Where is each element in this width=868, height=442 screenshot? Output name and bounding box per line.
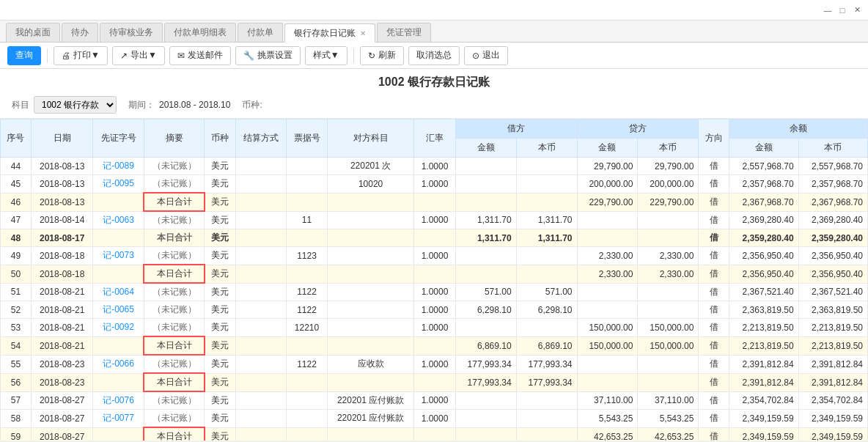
voucher-code[interactable]: 记-0076: [93, 391, 144, 410]
send-email-button[interactable]: ✉ 发送邮件: [169, 46, 231, 65]
row-credit-amount: [577, 373, 638, 391]
summary-cell: （未记账）: [144, 391, 205, 410]
row-rate: 1.0000: [414, 410, 455, 428]
row-debit-amount: [455, 175, 516, 194]
summary-cell: 本日合计: [144, 229, 205, 247]
row-direction: 借: [699, 355, 729, 373]
row-counter-account: 220201 应付账款: [327, 410, 413, 428]
header-row-1: 序号 日期 先证字号 摘要 币种 结算方式 票据号 对方科目 汇率 借方 贷方 …: [1, 119, 868, 139]
tab-paylist-label: 付款单明细表: [174, 26, 227, 39]
row-debit-amount: [455, 247, 516, 265]
row-credit-local: 29,790.00: [638, 158, 699, 175]
row-balance-amount: 2,356,950.40: [729, 265, 798, 283]
query-button[interactable]: 查询: [7, 46, 41, 65]
row-balance-local: 2,213,819.50: [798, 336, 867, 355]
voucher-code[interactable]: 记-0089: [93, 158, 144, 175]
summary-cell: （未记账）: [144, 301, 205, 319]
summary-cell: 本日合计: [144, 427, 205, 441]
voucher-code[interactable]: 记-0064: [93, 283, 144, 301]
row-credit-amount: 150,000.00: [577, 319, 638, 337]
row-counter-account: [327, 301, 413, 319]
table-container: 序号 日期 先证字号 摘要 币种 结算方式 票据号 对方科目 汇率 借方 贷方 …: [0, 119, 868, 441]
row-settlement: [236, 391, 287, 410]
voucher-code[interactable]: 记-0066: [93, 355, 144, 373]
voucher-code[interactable]: 记-0073: [93, 247, 144, 265]
row-balance-amount: 2,213,819.50: [729, 319, 798, 337]
subject-select[interactable]: 1002 银行存款: [34, 96, 117, 114]
refresh-button[interactable]: ↻ 刷新: [360, 46, 404, 65]
row-date: 2018-08-13: [31, 193, 92, 211]
table-row: 55 2018-08-23 记-0066 （未记账） 美元 1122 应收款 1…: [1, 355, 868, 373]
row-rate: [414, 427, 455, 441]
row-date: 2018-08-23: [31, 373, 92, 391]
col-debit-amount: 金额: [455, 139, 516, 158]
row-balance-local: 2,356,950.40: [798, 247, 867, 265]
tab-voucher[interactable]: 凭证管理: [377, 23, 431, 42]
tab-bankjournal-close[interactable]: ✕: [360, 29, 366, 37]
row-debit-amount: 571.00: [455, 283, 516, 301]
row-currency: 美元: [205, 265, 236, 283]
row-currency: 美元: [205, 301, 236, 319]
row-credit-amount: [577, 211, 638, 229]
export-button[interactable]: ↗ 导出▼: [112, 46, 165, 65]
table-row: 44 2018-08-13 记-0089 （未记账） 美元 220201 次 1…: [1, 158, 868, 175]
row-balance-amount: 2,359,280.40: [729, 229, 798, 247]
voucher-empty: [93, 193, 144, 211]
row-no: 45: [1, 175, 32, 194]
voucher-code[interactable]: 记-0063: [93, 211, 144, 229]
voucher-empty: [93, 229, 144, 247]
summary-cell: 本日合计: [144, 336, 205, 355]
tab-payment[interactable]: 付款单: [238, 23, 283, 42]
row-balance-local: 2,349,159.59: [798, 427, 867, 441]
row-counter-account: [327, 283, 413, 301]
row-no: 59: [1, 427, 32, 441]
row-debit-local: 6,298.10: [516, 301, 577, 319]
tab-bar: 我的桌面 待办 待审核业务 付款单明细表 付款单 银行存款日记账 ✕ 凭证管理: [0, 21, 868, 43]
row-ticket: [287, 427, 328, 441]
maximize-button[interactable]: □: [837, 5, 847, 15]
row-date: 2018-08-27: [31, 391, 92, 410]
row-credit-amount: 42,653.25: [577, 427, 638, 441]
row-balance-amount: 2,557,968.70: [729, 158, 798, 175]
exit-button[interactable]: ⊙ 退出: [464, 46, 508, 65]
row-direction: 借: [699, 427, 729, 441]
style-button[interactable]: 样式▼: [305, 46, 347, 65]
setup-button[interactable]: 🔧 挑票设置: [235, 46, 301, 65]
summary-cell: （未记账）: [144, 247, 205, 265]
col-date: 日期: [31, 119, 92, 158]
voucher-code[interactable]: 记-0095: [93, 175, 144, 194]
tab-bankjournal[interactable]: 银行存款日记账 ✕: [284, 23, 375, 43]
voucher-code[interactable]: 记-0077: [93, 410, 144, 428]
row-settlement: [236, 319, 287, 337]
row-no: 57: [1, 391, 32, 410]
tab-paylist[interactable]: 付款单明细表: [164, 23, 236, 42]
voucher-code[interactable]: 记-0092: [93, 319, 144, 337]
row-balance-amount: 2,354,702.84: [729, 391, 798, 410]
close-window-button[interactable]: ✕: [852, 5, 862, 15]
tab-desktop[interactable]: 我的桌面: [6, 23, 60, 42]
voucher-code[interactable]: 记-0065: [93, 301, 144, 319]
col-credit-local: 本币: [638, 139, 699, 158]
row-direction: 借: [699, 301, 729, 319]
row-credit-local: [638, 229, 699, 247]
minimize-button[interactable]: —: [823, 5, 833, 15]
deselect-button[interactable]: 取消选总: [408, 46, 460, 65]
row-balance-local: 2,557,968.70: [798, 158, 867, 175]
row-balance-local: 2,369,280.40: [798, 211, 867, 229]
row-ticket: [287, 336, 328, 355]
row-balance-local: 2,359,280.40: [798, 229, 867, 247]
print-button[interactable]: 🖨 打印▼: [54, 46, 108, 65]
subject-filter: 科目 1002 银行存款: [12, 96, 117, 114]
col-credit-group: 贷方: [577, 119, 699, 139]
voucher-empty: [93, 336, 144, 355]
row-debit-local: [516, 410, 577, 428]
row-balance-local: 2,367,968.70: [798, 193, 867, 211]
row-date: 2018-08-17: [31, 229, 92, 247]
tab-pending[interactable]: 待办: [62, 23, 98, 42]
table-row: 49 2018-08-18 记-0073 （未记账） 美元 1123 1.000…: [1, 247, 868, 265]
tab-review[interactable]: 待审核业务: [100, 23, 163, 42]
row-credit-local: 5,543.25: [638, 410, 699, 428]
row-no: 52: [1, 301, 32, 319]
row-ticket: [287, 391, 328, 410]
row-debit-local: 177,993.34: [516, 355, 577, 373]
